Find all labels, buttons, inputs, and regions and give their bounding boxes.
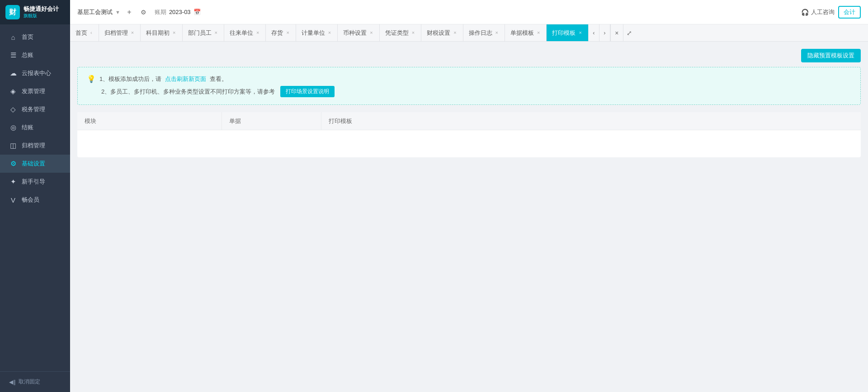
tab-prev-button[interactable]: ‹ [589,24,599,42]
sidebar-item-closing[interactable]: ◎ 结账 [0,118,70,137]
logo-text: 畅捷通好会计 旗舰版 [24,5,59,19]
sidebar-label-archive: 归档管理 [22,142,45,150]
sidebar: 财 畅捷通好会计 旗舰版 ⌂ 首页 ☰ 总账 ☁ 云报表中心 ◈ 发票管理 ◇ … [0,0,70,392]
info-line1-prefix: 1、模板添加成功后，请 [99,75,161,83]
tab-archive[interactable]: 归档管理 × [99,24,141,41]
bulb-icon: 💡 [87,75,96,83]
tab-oplog-close[interactable]: × [495,30,499,36]
unpin-icon: ◀‖ [9,379,16,385]
tab-close-all-button[interactable]: × [610,24,623,42]
print-scene-button[interactable]: 打印场景设置说明 [280,86,335,97]
add-project-button[interactable]: + [124,7,135,18]
refresh-link[interactable]: 点击刷新新页面 [165,75,206,83]
tab-currency[interactable]: 币种设置 × [338,24,379,41]
archive-icon: ◫ [9,142,17,150]
sidebar-label-member: 畅会员 [22,196,39,204]
tab-oplog[interactable]: 操作日志 × [463,24,505,41]
tab-home-back[interactable]: ‹ [90,30,93,36]
tab-finance[interactable]: 财税设置 × [421,24,463,41]
col-header-template: 打印模板 [321,112,861,130]
basic-icon: ⚙ [9,160,17,168]
service-button[interactable]: 🎧 人工咨询 [801,8,835,16]
tab-unit-label: 计量单位 [302,29,325,37]
sidebar-label-closing: 结账 [22,123,33,132]
sidebar-item-tax[interactable]: ◇ 税务管理 [0,100,70,118]
tab-department-label: 部门员工 [188,29,212,37]
tab-unit[interactable]: 计量单位 × [296,24,338,41]
tab-currency-close[interactable]: × [369,30,373,36]
content-area: 隐藏预置模板设置 💡 1、模板添加成功后，请 点击刷新新页面 查看。 2、多员工… [70,42,868,392]
tab-supplier-label: 往来单位 [230,29,253,37]
sidebar-label-reports: 云报表中心 [22,69,51,77]
tab-voucher-close[interactable]: × [411,30,415,36]
period-calendar-icon[interactable]: 📅 [193,9,201,15]
sidebar-unpin[interactable]: ◀‖ 取消固定 [0,371,70,392]
tab-oplog-label: 操作日志 [469,29,492,37]
tab-inventory-label: 存货 [271,29,283,37]
headset-icon: 🎧 [801,9,809,16]
closing-icon: ◎ [9,123,17,132]
sidebar-label-home: 首页 [22,33,33,41]
tab-simple-label: 单据模板 [510,29,534,37]
project-selector[interactable]: 基层工会测试 ▼ [77,8,120,16]
tab-subject[interactable]: 科目期初 × [141,24,182,41]
project-dropdown-icon[interactable]: ▼ [115,9,120,15]
sidebar-item-member[interactable]: V 畅会员 [0,191,70,209]
tab-finance-label: 财税设置 [427,29,450,37]
info-row-2: 2、多员工、多打印机、多种业务类型设置不同打印方案等，请参考 打印场景设置说明 [87,86,851,97]
tab-subject-close[interactable]: × [172,30,176,36]
tab-home[interactable]: 首页 ‹ [70,24,99,41]
main-area: 基层工会测试 ▼ + ⚙ 账期 2023-03 📅 🎧 人工咨询 会计 首页 ‹… [70,0,868,392]
tab-supplier[interactable]: 往来单位 × [224,24,266,41]
sidebar-label-guide: 新手引导 [22,178,45,186]
member-icon: V [9,196,17,204]
sidebar-label-tax: 税务管理 [22,105,45,113]
tab-expand-button[interactable]: ⤢ [623,24,636,42]
tab-archive-close[interactable]: × [130,30,135,36]
tab-supplier-close[interactable]: × [255,30,260,36]
sidebar-label-ledger: 总账 [22,51,33,59]
logo-subtitle: 旗舰版 [24,13,59,19]
table-body [77,130,861,157]
topbar: 基层工会测试 ▼ + ⚙ 账期 2023-03 📅 🎧 人工咨询 会计 [70,0,868,24]
tab-simple-close[interactable]: × [536,30,541,36]
tab-print-close[interactable]: × [578,30,582,36]
tab-inventory-close[interactable]: × [285,30,290,36]
tab-currency-label: 币种设置 [343,29,367,37]
tabbar: 首页 ‹ 归档管理 × 科目期初 × 部门员工 × 往来单位 × 存货 × 计量… [70,24,868,42]
tab-simple[interactable]: 单据模板 × [505,24,547,41]
tab-finance-close[interactable]: × [453,30,457,36]
info-row-1: 💡 1、模板添加成功后，请 点击刷新新页面 查看。 [87,75,851,83]
period-value: 2023-03 [169,9,191,15]
sidebar-item-invoice[interactable]: ◈ 发票管理 [0,82,70,100]
sidebar-label-basic: 基础设置 [22,160,45,168]
sidebar-logo: 财 畅捷通好会计 旗舰版 [0,0,70,24]
col-header-module: 模块 [77,112,222,130]
home-icon: ⌂ [9,33,17,41]
tab-archive-label: 归档管理 [104,29,128,37]
sidebar-item-guide[interactable]: ✦ 新手引导 [0,173,70,191]
info-line1-suffix: 查看。 [210,75,227,83]
tax-icon: ◇ [9,105,17,113]
tab-print[interactable]: 打印模板 × [547,24,588,41]
period-selector: 账期 2023-03 📅 [155,8,201,16]
hide-template-container: 隐藏预置模板设置 [77,49,861,62]
ledger-icon: ☰ [9,51,17,59]
sidebar-item-basic[interactable]: ⚙ 基础设置 [0,155,70,173]
tab-unit-close[interactable]: × [327,30,332,36]
hide-template-button[interactable]: 隐藏预置模板设置 [801,49,861,62]
tab-department[interactable]: 部门员工 × [183,24,224,41]
kuaiji-button[interactable]: 会计 [838,6,861,19]
sidebar-label-invoice: 发票管理 [22,87,45,95]
tab-department-close[interactable]: × [214,30,218,36]
sidebar-item-reports[interactable]: ☁ 云报表中心 [0,64,70,82]
sidebar-item-ledger[interactable]: ☰ 总账 [0,46,70,64]
sidebar-item-archive[interactable]: ◫ 归档管理 [0,137,70,155]
tab-voucher[interactable]: 凭证类型 × [380,24,421,41]
tab-voucher-label: 凭证类型 [385,29,409,37]
logo-title: 畅捷通好会计 [24,5,59,13]
tab-inventory[interactable]: 存货 × [266,24,296,41]
sidebar-item-home[interactable]: ⌂ 首页 [0,28,70,46]
settings-button[interactable]: ⚙ [138,7,149,18]
tab-next-button[interactable]: › [599,24,610,42]
